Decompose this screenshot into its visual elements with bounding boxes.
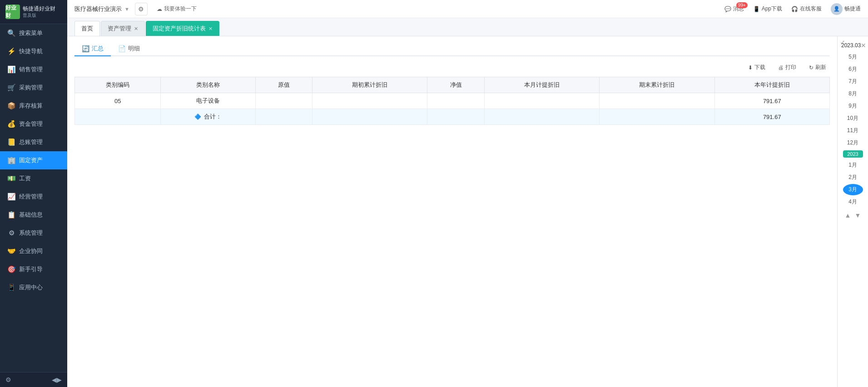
sidebar-item-fixed-assets[interactable]: 🏢 固定资产 [0,151,67,169]
tab-asset-manage[interactable]: 资产管理 ✕ [101,21,145,36]
date-month-11[interactable]: 11月 [843,125,863,136]
sidebar-item-label: 总账管理 [19,138,43,146]
total-code-cell [75,109,161,125]
total-monthly [484,109,599,125]
customer-service-button[interactable]: 🎧 在线客服 [791,5,822,13]
print-button[interactable]: 🖨 打印 [774,62,800,73]
print-icon: 🖨 [778,64,784,71]
sub-tab-detail-label: 明细 [128,45,140,53]
sub-tabs: 🔄 汇总 📄 明细 [74,42,830,56]
date-month-3[interactable]: 3月 [843,184,863,195]
sidebar-item-quick-nav[interactable]: ⚡ 快捷导航 [0,42,67,60]
date-month-10[interactable]: 10月 [843,113,863,124]
date-month-2[interactable]: 2月 [843,172,863,183]
cell-accumulated [312,93,427,109]
col-header-annual: 本年计提折旧 [714,77,829,93]
summary-icon: 🔄 [82,45,89,52]
panel-down-nav[interactable]: ▼ [853,211,863,220]
print-label: 打印 [785,64,796,71]
sub-tab-summary[interactable]: 🔄 汇总 [74,42,111,56]
company-dropdown-icon: ▼ [124,6,129,12]
tab-home[interactable]: 首页 [74,21,100,36]
total-original [255,109,312,125]
total-end-accumulated [600,109,714,125]
settings-icon: ⚙ [138,5,144,13]
user-profile[interactable]: 👤 畅捷通 [831,3,861,15]
tab-fixed-asset-label: 固定资产折旧统计表 [153,25,206,33]
sidebar: 好业财 畅捷通好业财 普及版 🔍 搜索菜单 ⚡ 快捷导航 📊 销售管理 🛒 采购… [0,0,67,387]
sidebar-item-label: 库存核算 [19,102,43,110]
date-panel: ⤢ 2023.03 ✕ 5月 6月 7月 8月 9月 10月 11月 12月 2… [837,36,868,387]
sidebar-item-label: 企业协同 [19,247,43,255]
company-selector[interactable]: 医疗器械行业演示 ▼ [74,5,129,13]
date-month-6[interactable]: 6月 [843,64,863,75]
cell-code: 05 [75,93,161,109]
date-month-4[interactable]: 4月 [843,196,863,208]
settings-bottom-icon[interactable]: ⚙ [5,376,11,383]
date-month-7[interactable]: 7月 [843,76,863,87]
date-year-2023[interactable]: 2023 [843,150,863,158]
sidebar-item-system[interactable]: ⚙ 系统管理 [0,224,67,242]
sales-icon: 📊 [7,65,15,74]
refresh-button[interactable]: ↻ 刷新 [805,62,830,73]
sidebar-nav: 🔍 搜索菜单 ⚡ 快捷导航 📊 销售管理 🛒 采购管理 📦 库存核算 💰 资金管… [0,24,67,372]
sidebar-item-salary[interactable]: 💵 工资 [0,169,67,188]
download-button[interactable]: ⬇ 下载 [744,62,769,73]
user-name: 畅捷通 [844,5,861,13]
search-icon: 🔍 [7,29,15,37]
sidebar-item-search[interactable]: 🔍 搜索菜单 [0,24,67,42]
sub-tab-detail[interactable]: 📄 明细 [111,42,147,56]
tabs-bar: 首页 资产管理 ✕ 固定资产折旧统计表 ✕ [67,18,868,36]
sidebar-item-label: 应用中心 [19,283,43,292]
date-month-9[interactable]: 9月 [843,100,863,112]
sidebar-item-label: 采购管理 [19,84,43,92]
sidebar-item-label: 系统管理 [19,229,43,237]
tab-fixed-asset-depreciation[interactable]: 固定资产折旧统计表 ✕ [146,21,219,36]
col-header-monthly: 本月计提折旧 [484,77,599,93]
sidebar-item-guide[interactable]: 🎯 新手引导 [0,260,67,278]
tab-fixed-asset-close[interactable]: ✕ [208,26,213,32]
app-download-button[interactable]: 📱 App下载 [753,5,782,13]
total-icon: 🔷 [194,114,201,120]
col-header-net-value: 净值 [427,77,484,93]
customer-service-icon: 🎧 [791,6,798,12]
tab-asset-manage-close[interactable]: ✕ [134,26,138,32]
panel-close-button[interactable]: ✕ [861,42,866,49]
topbar-settings-button[interactable]: ⚙ [135,3,148,15]
sidebar-item-label: 工资 [19,174,31,183]
topbar-right: 💬 消息 99+ 📱 App下载 🎧 在线客服 👤 畅捷通 [724,3,861,15]
panel-expand-icon[interactable]: ⤢ [840,39,845,45]
sidebar-item-enterprise[interactable]: 🤝 企业协同 [0,242,67,260]
date-month-1[interactable]: 1月 [843,159,863,171]
sidebar-item-inventory[interactable]: 📦 库存核算 [0,97,67,115]
col-header-end-accumulated: 期末累计折旧 [600,77,714,93]
purchase-icon: 🛒 [7,84,15,92]
sidebar-item-finance[interactable]: 💰 资金管理 [0,115,67,133]
basic-info-icon: 📋 [7,211,15,219]
date-month-5[interactable]: 5月 [843,51,863,63]
sidebar-item-purchase[interactable]: 🛒 采购管理 [0,79,67,97]
finance-icon: 💰 [7,120,15,128]
col-header-accumulated: 期初累计折旧 [312,77,427,93]
topbar: 医疗器械行业演示 ▼ ⚙ ☁ 我要体验一下 💬 消息 99+ 📱 App下载 🎧… [67,0,868,18]
salary-icon: 💵 [7,174,15,183]
date-month-12[interactable]: 12月 [843,137,863,149]
refresh-icon: ↻ [809,64,813,71]
depreciation-table: 类别编码 类别名称 原值 期初累计折旧 净值 本月计提折旧 期末累计折旧 本年计… [74,77,830,125]
sidebar-item-operations[interactable]: 📈 经营管理 [0,188,67,206]
message-button[interactable]: 💬 消息 99+ [724,5,744,13]
app-download-icon: 📱 [753,6,760,12]
panel-up-nav[interactable]: ▲ [843,211,853,220]
sidebar-item-sales[interactable]: 📊 销售管理 [0,60,67,79]
sidebar-item-general-ledger[interactable]: 📒 总账管理 [0,133,67,151]
sidebar-item-basic-info[interactable]: 📋 基础信息 [0,206,67,224]
sidebar-item-app-center[interactable]: 📱 应用中心 [0,278,67,297]
experience-button[interactable]: ☁ 我要体验一下 [157,5,197,13]
cell-original [255,93,312,109]
sub-tab-summary-label: 汇总 [92,45,104,53]
table-total-row: 🔷 合计： 791.67 [75,109,830,125]
collapse-icon[interactable]: ◀▶ [52,376,62,383]
logo-icon: 好业财 [5,5,20,19]
content-area: 🔄 汇总 📄 明细 ⬇ 下载 🖨 打印 ↻ [67,36,868,387]
date-month-8[interactable]: 8月 [843,88,863,99]
